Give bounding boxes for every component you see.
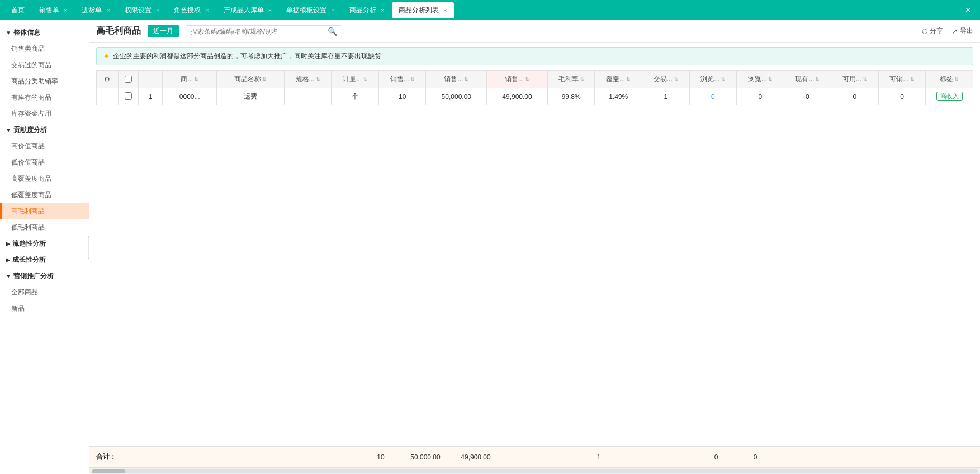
export-button[interactable]: ↗ 导出 xyxy=(952,26,973,36)
browse1-col-header[interactable]: 浏览...⇅ xyxy=(689,71,737,88)
sidebar-item-all-goods[interactable]: 全部商品 xyxy=(0,284,89,301)
row-index: 1 xyxy=(138,88,162,105)
close-icon[interactable]: × xyxy=(331,7,334,13)
row-tag: 高收入 xyxy=(926,88,973,105)
nav-tab-permission[interactable]: 权限设置 × xyxy=(118,2,166,18)
code-col-header[interactable]: 商...⇅ xyxy=(163,71,217,88)
sort-icon: ⇅ xyxy=(363,77,367,82)
tag-col-header[interactable]: 标签⇅ xyxy=(926,71,973,88)
nav-tab-role[interactable]: 角色授权 × xyxy=(167,2,215,18)
horizontal-scrollbar[interactable] xyxy=(89,467,980,474)
coverage-col-header[interactable]: 覆盖...⇅ xyxy=(595,71,642,88)
name-col-header[interactable]: 商品名称⇅ xyxy=(217,71,285,88)
sale-stock-col-header[interactable]: 可销...⇅ xyxy=(878,71,926,88)
sidebar-group-marketing[interactable]: ▼ 营销推广分析 xyxy=(0,268,89,284)
sale-profit-col-header[interactable]: 销售...⇅ xyxy=(487,71,548,88)
row-coverage: 1.49% xyxy=(595,88,642,105)
row-code: 0000... xyxy=(163,88,217,105)
scrollbar-thumb[interactable] xyxy=(92,469,125,473)
nav-tab-purchase[interactable]: 进货单 × xyxy=(75,2,116,18)
sidebar-group-contribution[interactable]: ▼ 贡献度分析 xyxy=(0,122,89,138)
sidebar-group-trend[interactable]: ▶ 流趋性分析 xyxy=(0,236,89,252)
close-icon[interactable]: × xyxy=(381,7,384,13)
sidebar-item-high-coverage[interactable]: 高覆盖度商品 xyxy=(0,171,89,187)
nav-tab-product-analysis[interactable]: 商品分析 × xyxy=(343,2,391,18)
spec-col-header[interactable]: 规格...⇅ xyxy=(284,71,332,88)
sidebar-item-in-stock-goods[interactable]: 有库存的商品 xyxy=(0,90,89,106)
sort-icon: ⇅ xyxy=(954,77,959,82)
sidebar-item-category-rate[interactable]: 商品分类助销率 xyxy=(0,73,89,90)
nav-tab-sales[interactable]: 销售单 × xyxy=(32,2,74,18)
sidebar-item-low-coverage[interactable]: 低覆盖度商品 xyxy=(0,187,89,203)
unit-col-header[interactable]: 计量...⇅ xyxy=(332,71,379,88)
sidebar-group-overall[interactable]: ▼ 整体信息 xyxy=(0,25,89,41)
row-browse1[interactable]: 0 xyxy=(689,88,737,105)
sidebar-item-traded-goods[interactable]: 交易过的商品 xyxy=(0,57,89,73)
sort-icon: ⇅ xyxy=(580,77,584,82)
sidebar: « ▼ 整体信息 销售类商品 交易过的商品 商品分类助销率 有库存的商品 库存资… xyxy=(0,20,89,474)
sidebar-item-low-margin[interactable]: 低毛利商品 xyxy=(0,219,89,236)
chevron-down-icon: ▼ xyxy=(6,30,11,36)
settings-col-header[interactable]: ⚙ xyxy=(97,71,119,88)
search-icon[interactable]: 🔍 xyxy=(328,27,337,36)
index-col-header xyxy=(138,71,162,88)
sort-icon: ⇅ xyxy=(194,77,198,82)
close-icon[interactable]: × xyxy=(268,7,272,13)
nav-tab-product-analysis-list[interactable]: 商品分析列表 × xyxy=(392,2,453,18)
row-select-checkbox[interactable] xyxy=(125,92,132,100)
share-button[interactable]: ⬡ 分享 xyxy=(922,26,943,36)
share-icon: ⬡ xyxy=(922,27,927,35)
top-navigation: 首页 销售单 × 进货单 × 权限设置 × 角色授权 × 产成品入库单 × 单据… xyxy=(0,0,980,20)
current-stock-col-header[interactable]: 现有...⇅ xyxy=(784,71,831,88)
window-close-button[interactable]: × xyxy=(960,4,976,16)
footer-current-stock: 0 xyxy=(697,453,736,461)
nav-tab-template[interactable]: 单据模板设置 × xyxy=(280,2,341,18)
footer-totals: 合计： 10 50,000.00 49,900.00 1 0 0 xyxy=(89,446,980,467)
avail-stock-col-header[interactable]: 可用...⇅ xyxy=(831,71,879,88)
sidebar-item-low-value[interactable]: 低价值商品 xyxy=(0,154,89,171)
close-icon[interactable]: × xyxy=(64,7,67,13)
search-input[interactable] xyxy=(191,27,325,35)
nav-tab-home[interactable]: 首页 xyxy=(4,2,31,18)
period-button[interactable]: 近一月 xyxy=(148,25,179,37)
trade-col-header[interactable]: 交易...⇅ xyxy=(642,71,689,88)
nav-tab-product-in[interactable]: 产成品入库单 × xyxy=(217,2,278,18)
sort-icon: ⇅ xyxy=(525,77,529,82)
sidebar-item-high-value[interactable]: 高价值商品 xyxy=(0,138,89,154)
row-gross-margin: 99.8% xyxy=(547,88,595,105)
footer-trade-count: 1 xyxy=(579,453,618,461)
export-icon: ↗ xyxy=(952,27,958,35)
close-icon[interactable]: × xyxy=(106,7,110,13)
close-icon[interactable]: × xyxy=(205,7,209,13)
sidebar-item-sales-goods[interactable]: 销售类商品 xyxy=(0,41,89,57)
scrollbar-track[interactable] xyxy=(92,469,978,473)
row-checkbox[interactable] xyxy=(118,88,138,105)
sort-icon: ⇅ xyxy=(815,77,820,82)
content-area: 高毛利商品 近一月 🔍 ⬡ 分享 ↗ 导出 ✦ 企业的主要的利润都是这部分商品创… xyxy=(89,20,980,474)
close-icon[interactable]: × xyxy=(156,7,159,13)
sort-icon: ⇅ xyxy=(863,77,867,82)
sale-amount-col-header[interactable]: 销售...⇅ xyxy=(426,71,487,88)
table-wrapper: ⚙ 商...⇅ 商品名称⇅ 规格...⇅ xyxy=(89,70,980,446)
sidebar-item-new-goods[interactable]: 新品 xyxy=(0,301,89,317)
browse2-col-header[interactable]: 浏览...⇅ xyxy=(737,71,784,88)
checkbox-col-header[interactable] xyxy=(118,71,138,88)
close-icon[interactable]: × xyxy=(443,7,447,13)
sidebar-item-high-margin[interactable]: 高毛利商品 xyxy=(0,203,89,219)
select-all-checkbox[interactable] xyxy=(125,76,132,83)
row-sale-stock: 0 xyxy=(878,88,926,105)
sidebar-group-growth[interactable]: ▶ 成长性分析 xyxy=(0,252,89,268)
row-sale-amount: 50,000.00 xyxy=(426,88,487,105)
row-unit: 个 xyxy=(332,88,379,105)
chevron-right-icon: ▶ xyxy=(6,257,10,263)
gross-margin-col-header[interactable]: 毛利率⇅ xyxy=(547,71,595,88)
page-title: 高毛利商品 xyxy=(96,25,141,37)
main-layout: « ▼ 整体信息 销售类商品 交易过的商品 商品分类助销率 有库存的商品 库存资… xyxy=(0,20,980,474)
row-browse2: 0 xyxy=(737,88,784,105)
sale-qty-col-header[interactable]: 销售...⇅ xyxy=(378,71,426,88)
footer-cells: 10 50,000.00 49,900.00 1 0 0 xyxy=(127,453,973,461)
sidebar-item-stock-capital[interactable]: 库存资金占用 xyxy=(0,106,89,122)
sidebar-collapse-button[interactable]: « xyxy=(88,236,89,259)
chevron-down-icon: ▼ xyxy=(6,273,11,279)
data-table: ⚙ 商...⇅ 商品名称⇅ 规格...⇅ xyxy=(96,70,973,105)
